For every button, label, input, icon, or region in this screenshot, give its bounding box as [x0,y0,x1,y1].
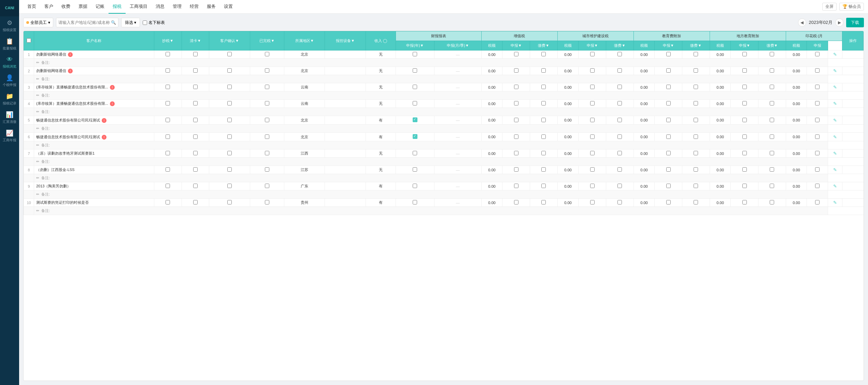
prev-month-button[interactable]: ◀ [798,18,806,27]
edu-pay-check[interactable] [694,200,698,204]
vat-pay-check[interactable] [541,151,546,155]
city-declare-check[interactable] [590,184,595,188]
sidebar-item-tax-settings[interactable]: ⚙ 报税设置 [0,16,19,35]
city-pay-check[interactable] [617,151,622,155]
warning-icon[interactable]: ! [110,101,115,106]
nav-operation[interactable]: 经营 [186,0,203,14]
warning-icon[interactable]: ! [68,69,73,73]
chaoshui-check[interactable] [166,68,170,73]
th-finance-month[interactable]: 申报(月/季)▼ [434,41,481,51]
qingka-check[interactable] [193,134,198,139]
sidebar-item-tax-view[interactable]: 👁 报税浏览 [0,53,19,71]
paid-check[interactable] [265,118,269,122]
confirm-check[interactable] [227,101,232,105]
vat-pay-check[interactable] [541,200,546,204]
edu-pay-check[interactable] [694,85,698,89]
nav-manage[interactable]: 管理 [169,0,186,14]
next-month-button[interactable]: ▶ [835,18,843,27]
edit-icon[interactable]: ✎ [833,118,837,123]
edit-icon[interactable]: ✎ [833,200,837,205]
vat-pay-check[interactable] [541,52,546,56]
edu-pay-check[interactable] [694,151,698,155]
note-pencil-icon[interactable]: ✏ [36,176,39,180]
row-checkbox[interactable] [413,184,417,188]
row-checkbox[interactable] [413,167,417,172]
city-pay-check[interactable] [617,101,622,105]
select-all-checkbox[interactable] [27,38,31,43]
edu-pay-check[interactable] [694,118,698,122]
vat-pay-check[interactable] [541,85,546,89]
local-declare-check[interactable] [742,52,747,56]
row-checkbox[interactable] [413,200,417,204]
th-device[interactable]: 报控设备▼ [325,31,366,51]
city-declare-check[interactable] [590,151,595,155]
name-checkbox[interactable] [143,20,147,25]
edit-icon[interactable]: ✎ [833,167,837,172]
th-local-declare[interactable]: 申报▼ [731,41,758,51]
vat-declare-check[interactable] [514,118,518,122]
chaoshui-check[interactable] [166,151,170,155]
paid-check[interactable] [265,85,269,89]
edit-icon[interactable]: ✎ [833,101,837,106]
edit-icon[interactable]: ✎ [833,134,837,140]
edit-icon[interactable]: ✎ [833,184,837,189]
note-pencil-icon[interactable]: ✏ [36,192,39,196]
nav-service[interactable]: 服务 [203,0,220,14]
chaoshui-check[interactable] [166,85,170,89]
th-confirm[interactable]: 客户确认▼ [209,31,250,51]
vat-declare-check[interactable] [514,167,518,172]
chaoshui-check[interactable] [166,52,170,56]
local-pay-check[interactable] [770,101,774,105]
local-declare-check[interactable] [742,200,747,204]
edu-declare-check[interactable] [666,85,671,89]
nav-settings[interactable]: 设置 [220,0,237,14]
note-pencil-icon[interactable]: ✏ [36,77,39,81]
row-checkbox[interactable] [413,101,417,105]
warning-icon[interactable]: ! [102,135,106,140]
confirm-check[interactable] [227,52,232,56]
edu-declare-check[interactable] [666,118,671,122]
confirm-check[interactable] [227,200,232,204]
member-button[interactable]: 🏆 畅会员 [839,3,864,11]
sidebar-item-tax-record[interactable]: 📁 报税记录 [0,90,19,108]
sidebar-item-summary[interactable]: 📊 汇算清缴 [0,108,19,127]
city-pay-check[interactable] [617,134,622,139]
edu-declare-check[interactable] [666,68,671,73]
city-declare-check[interactable] [590,167,595,172]
edu-declare-check[interactable] [666,151,671,155]
th-vat-pay[interactable]: 缴费▼ [530,41,557,51]
note-pencil-icon[interactable]: ✏ [36,60,39,65]
vat-declare-check[interactable] [514,184,518,188]
sidebar-item-personal-tax[interactable]: 👤 个税申报 [0,71,19,90]
th-vat-declare[interactable]: 申报▼ [502,41,530,51]
qingka-check[interactable] [193,167,198,172]
city-pay-check[interactable] [617,200,622,204]
filter-button[interactable]: 筛选 ▾ [121,18,140,27]
local-pay-check[interactable] [770,184,774,188]
qingka-check[interactable] [193,118,198,122]
local-declare-check[interactable] [742,68,747,73]
local-declare-check[interactable] [742,85,747,89]
note-pencil-icon[interactable]: ✏ [36,93,39,97]
th-region[interactable]: 所属地区▼ [284,31,325,51]
edu-declare-check[interactable] [666,167,671,172]
city-pay-check[interactable] [617,184,622,188]
th-local-pay[interactable]: 缴费▼ [758,41,786,51]
employee-filter-select[interactable]: 全部员工 ▾ [23,18,53,27]
chaoshui-check[interactable] [166,184,170,188]
edu-pay-check[interactable] [694,68,698,73]
th-qingka[interactable]: 清卡▼ [182,31,209,51]
vat-pay-check[interactable] [541,134,546,139]
stamp-declare-check[interactable] [815,52,820,56]
city-declare-check[interactable] [590,134,595,139]
main-table-container[interactable]: 客户名称 抄税▼ 清卡▼ 客户确认▼ 已完税▼ 所属地区▼ 报控设备▼ 收入 ◯… [23,31,864,381]
qingka-check[interactable] [193,52,198,56]
chaoshui-check[interactable] [166,134,170,139]
confirm-check[interactable] [227,184,232,188]
qingka-check[interactable] [193,200,198,204]
note-pencil-icon[interactable]: ✏ [36,143,39,147]
nav-industry[interactable]: 工商项目 [126,0,152,14]
qingka-check[interactable] [193,85,198,89]
note-pencil-icon[interactable]: ✏ [36,209,39,213]
edu-pay-check[interactable] [694,167,698,172]
